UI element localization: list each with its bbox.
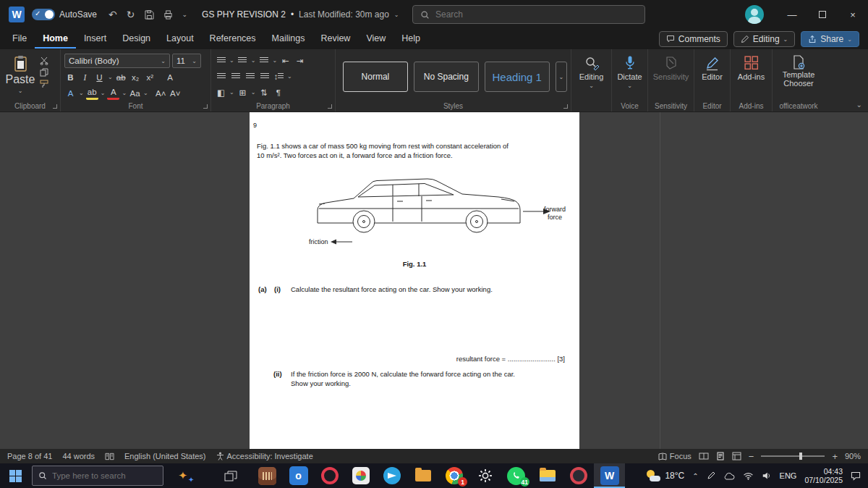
grow-font-button[interactable]: A˄ — [155, 86, 167, 100]
maximize-button[interactable] — [807, 0, 838, 29]
taskbar-search-box[interactable] — [32, 466, 163, 486]
calendar-app-button[interactable] — [252, 463, 283, 488]
title-chevron-icon[interactable]: ⌄ — [394, 12, 399, 18]
increase-indent-button[interactable]: ⇥ — [294, 54, 306, 67]
styles-gallery-more-button[interactable]: ⌄ — [556, 62, 567, 92]
chevron-down-icon[interactable]: ⌄ — [272, 57, 277, 64]
tab-view[interactable]: View — [358, 30, 393, 49]
opera-button[interactable] — [314, 463, 345, 488]
page-indicator[interactable]: Page 8 of 41 — [7, 452, 52, 460]
whatsapp-button[interactable]: 41 — [501, 463, 532, 488]
chevron-down-icon[interactable]: ⌄ — [251, 89, 256, 96]
save-icon[interactable] — [145, 10, 154, 20]
style-normal[interactable]: Normal — [343, 62, 408, 92]
focus-mode-button[interactable]: Focus — [658, 452, 692, 460]
chevron-down-icon[interactable]: ⌄ — [79, 90, 84, 96]
weather-widget[interactable]: 18°C — [646, 469, 684, 482]
sensitivity-button[interactable]: Sensitivity — [652, 54, 690, 81]
tab-layout[interactable]: Layout — [158, 30, 202, 49]
document-canvas[interactable]: 9 Fig. 1.1 shows a car of mass 500 kg mo… — [0, 112, 868, 449]
template-chooser-button[interactable]: Template Chooser — [776, 54, 821, 87]
cut-icon[interactable] — [40, 56, 48, 65]
qat-chevron-icon[interactable]: ⌄ — [182, 11, 188, 18]
photos-button[interactable] — [345, 463, 376, 488]
font-name-combo[interactable]: Calibri (Body) ⌄ — [64, 54, 170, 68]
clear-formatting-button[interactable]: A — [164, 70, 176, 84]
chevron-down-icon[interactable]: ⌄ — [101, 90, 106, 96]
share-button[interactable]: Share ⌄ — [801, 31, 859, 47]
font-dialog-launcher-icon[interactable] — [203, 104, 208, 109]
paste-button[interactable]: Paste ⌄ — [4, 55, 37, 100]
zoom-in-button[interactable]: + — [832, 451, 838, 462]
pen-tray-icon[interactable] — [707, 471, 715, 480]
style-heading-1[interactable]: Heading 1 — [485, 62, 550, 92]
tab-references[interactable]: References — [202, 30, 264, 49]
settings-button[interactable] — [469, 463, 501, 488]
user-avatar[interactable] — [745, 5, 764, 24]
editing-mode-dropdown[interactable]: Editing ⌄ — [733, 31, 795, 47]
tray-expand-icon[interactable]: ⌃ — [692, 472, 698, 480]
subscript-button[interactable]: x₂ — [129, 70, 142, 84]
search-box[interactable] — [412, 5, 645, 24]
clock[interactable]: 04:43 07/10/2025 — [804, 467, 843, 484]
volume-icon[interactable] — [762, 471, 772, 480]
dictate-button[interactable]: Dictate ⌄ — [616, 54, 644, 89]
document-title[interactable]: GS PHY REVISION 2 • Last Modified: 30m a… — [202, 9, 399, 20]
tab-help[interactable]: Help — [393, 30, 428, 49]
font-color-button[interactable]: A — [107, 86, 119, 100]
copilot-button[interactable]: ✦✦ — [171, 463, 202, 488]
copy-icon[interactable] — [40, 68, 48, 77]
strikethrough-button[interactable]: ab — [115, 70, 127, 84]
shrink-font-button[interactable]: A˅ — [169, 86, 182, 100]
print-layout-button[interactable] — [716, 452, 725, 460]
zoom-slider[interactable] — [761, 455, 825, 457]
line-spacing-button[interactable]: ↕ — [273, 70, 285, 83]
chevron-down-icon[interactable]: ⌄ — [122, 90, 127, 96]
numbering-button[interactable] — [237, 54, 249, 67]
file-explorer-button[interactable] — [532, 463, 563, 488]
minimize-button[interactable]: — — [777, 0, 807, 29]
align-left-button[interactable] — [215, 70, 227, 83]
language-indicator[interactable]: English (United States) — [124, 452, 206, 460]
style-no-spacing[interactable]: No Spacing — [414, 62, 479, 92]
close-button[interactable]: × — [838, 0, 868, 29]
task-view-button[interactable] — [215, 463, 246, 488]
addins-button[interactable]: Add-ins — [734, 54, 768, 81]
text-effects-button[interactable]: A — [64, 86, 77, 100]
align-right-button[interactable] — [244, 70, 256, 83]
autosave-control[interactable]: ✓ AutoSave — [32, 9, 97, 20]
paragraph-dialog-launcher-icon[interactable] — [328, 104, 332, 109]
multilevel-list-button[interactable] — [258, 54, 270, 67]
editor-button[interactable]: Editor — [698, 54, 726, 81]
tab-review[interactable]: Review — [312, 30, 358, 49]
comments-button[interactable]: Comments — [659, 31, 728, 47]
zoom-level[interactable]: 90% — [845, 452, 861, 460]
bullets-button[interactable] — [215, 54, 227, 67]
show-paragraph-marks-button[interactable]: ¶ — [272, 85, 284, 99]
search-input[interactable] — [435, 9, 637, 20]
document-page[interactable]: 9 Fig. 1.1 shows a car of mass 500 kg mo… — [250, 112, 579, 449]
superscript-button[interactable]: x² — [144, 70, 156, 84]
change-case-button[interactable]: Aa — [129, 86, 141, 100]
word-logo-icon[interactable]: W — [9, 7, 25, 22]
autosave-toggle[interactable]: ✓ — [32, 9, 55, 20]
tab-mailings[interactable]: Mailings — [264, 30, 313, 49]
word-taskbar-button[interactable]: W — [594, 463, 625, 488]
tab-design[interactable]: Design — [114, 30, 158, 49]
language-switcher[interactable]: ENG — [780, 471, 797, 480]
undo-icon[interactable]: ↶ — [109, 9, 117, 20]
redo-icon[interactable]: ↻ — [127, 9, 135, 20]
downloads-folder-button[interactable] — [407, 463, 438, 488]
read-mode-button[interactable] — [699, 452, 709, 460]
zoom-out-button[interactable]: − — [749, 451, 754, 462]
chrome-button[interactable]: 1 — [438, 463, 469, 488]
opera-gx-button[interactable] — [563, 463, 594, 488]
styles-dialog-launcher-icon[interactable] — [563, 104, 568, 109]
editing-button[interactable]: Editing ⌄ — [575, 54, 608, 89]
word-count[interactable]: 44 words — [62, 452, 95, 460]
outlook-button[interactable]: o — [283, 463, 314, 488]
decrease-indent-button[interactable]: ⇤ — [279, 54, 292, 67]
clipboard-dialog-launcher-icon[interactable] — [53, 104, 57, 109]
wifi-icon[interactable] — [743, 472, 754, 480]
format-painter-icon[interactable] — [40, 80, 48, 88]
